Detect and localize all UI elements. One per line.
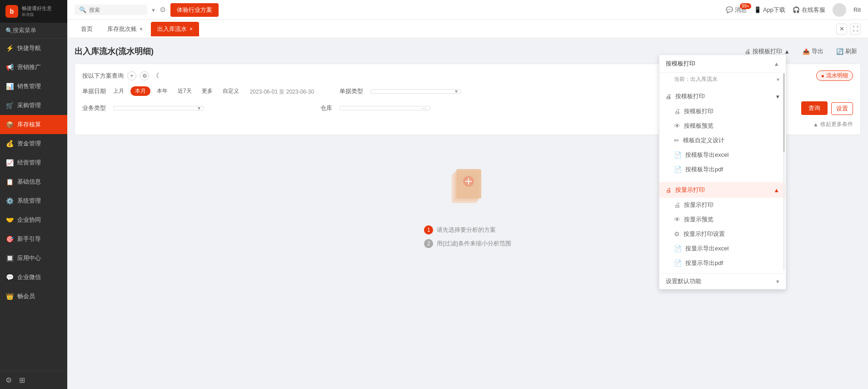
filter-setting-button[interactable]: ⚙	[140, 71, 149, 80]
customer-service-button[interactable]: 🎧 在线客服	[793, 6, 825, 14]
sidebar-item-sales[interactable]: 📊 销售管理	[0, 77, 67, 96]
sidebar-item-basic[interactable]: 📋 基础信息	[0, 172, 67, 191]
current-template-row: 当前：出入库流水 ▾	[659, 73, 786, 86]
topbar-left: 🔍 ▾ ⚙ 体验行业方案	[75, 3, 219, 17]
tab-home[interactable]: 首页	[75, 22, 99, 36]
inventory-icon: 📦	[5, 120, 14, 129]
sidebar-item-operation[interactable]: 📈 经营管理	[0, 153, 67, 172]
display-print-section-title[interactable]: 🖨 按显示打印 ▲	[659, 182, 786, 198]
tab-flow-close[interactable]: ×	[190, 26, 193, 32]
filter-add-button[interactable]: +	[127, 71, 136, 80]
template-export-pdf-item[interactable]: 📄 按模板导出pdf	[659, 162, 786, 177]
filter-collapse-icon[interactable]: 《	[153, 72, 159, 80]
date-tab-more[interactable]: 更多	[198, 86, 216, 96]
tab-maximize-button[interactable]: ⛶	[850, 24, 861, 35]
print-icon: 🖨	[745, 48, 751, 55]
query-button[interactable]: 查询	[801, 101, 828, 115]
warehouse-select[interactable]: ···	[339, 106, 430, 110]
display-print-label: 按显示打印	[684, 201, 713, 209]
warehouse-label: 仓库	[320, 104, 332, 112]
member-icon: 👑	[5, 292, 14, 300]
template-design-item[interactable]: ✏ 模板自定义设计	[659, 133, 786, 148]
sidebar-item-purchase[interactable]: 🛒 采购管理	[0, 96, 67, 115]
dropdown-title: 按模板打印	[666, 60, 695, 68]
template-excel-label: 按模板导出excel	[685, 151, 728, 159]
sidebar-item-guide[interactable]: 🎯 新手引导	[0, 229, 67, 249]
export-button[interactable]: 📤 导出	[799, 45, 827, 57]
template-preview-item[interactable]: 👁 按模板预览	[659, 119, 786, 133]
topbar-search-box[interactable]: 🔍	[75, 5, 147, 15]
refresh-label: 刷新	[845, 47, 857, 55]
display-settings-icon: ⚙	[674, 230, 680, 238]
sidebar-item-label: 采购管理	[17, 101, 41, 110]
search-icon: 🔍	[5, 27, 13, 34]
date-tab-current-year[interactable]: 本年	[153, 86, 171, 96]
pdf-item-icon: 📄	[674, 166, 682, 173]
sidebar-item-member[interactable]: 👑 畅会员	[0, 287, 67, 306]
sidebar-item-shortcut[interactable]: ⚡ 快捷导航	[0, 39, 67, 58]
display-print-section-icon: 🖨	[666, 187, 672, 194]
trial-button[interactable]: 体验行业方案	[170, 3, 219, 17]
sidebar-item-inventory[interactable]: 📦 库存核算	[0, 115, 67, 134]
preview-item-icon: 👁	[674, 122, 680, 130]
template-print-label: 按模板打印	[684, 107, 713, 115]
display-preview-item[interactable]: 👁 按显示预览	[659, 212, 786, 227]
tab-flow[interactable]: 出入库流水 ×	[151, 22, 199, 36]
topbar-dropdown-icon[interactable]: ▾	[152, 6, 155, 14]
sales-icon: 📊	[5, 82, 14, 90]
sidebar-item-cooperation[interactable]: 🤝 企业协同	[0, 210, 67, 229]
date-tab-7days[interactable]: 近7天	[174, 86, 195, 96]
sidebar-item-label: 应用中心	[17, 254, 41, 262]
sidebar-item-system[interactable]: ⚙️ 系统管理	[0, 191, 67, 210]
filter-header-label: 按以下方案查询	[82, 72, 124, 80]
topbar-gear-icon[interactable]: ⚙	[160, 5, 166, 14]
tab-batch[interactable]: 库存批次账 ×	[101, 22, 149, 36]
sidebar-item-marketing[interactable]: 📢 营销推广	[0, 58, 67, 77]
type-select[interactable]	[370, 89, 461, 94]
template-pdf-label: 按模板导出pdf	[685, 165, 723, 174]
settings-button[interactable]: 设置	[831, 102, 853, 115]
template-print-section-title[interactable]: 🖨 按模板打印 ▾	[659, 89, 786, 104]
sidebar-item-wechat[interactable]: 💬 企业微信	[0, 268, 67, 287]
business-select[interactable]	[113, 106, 204, 110]
date-tabs: 上月 本月 本年 近7天 更多 自定义	[110, 86, 243, 96]
collapse-icon[interactable]: ⊞	[19, 376, 25, 384]
purchase-icon: 🛒	[5, 101, 14, 110]
step-2-label: 用[过滤]条件来缩小分析范围	[437, 239, 511, 248]
app-download-button[interactable]: 📱 App下载	[754, 6, 785, 14]
sidebar-item-apps[interactable]: 🔲 应用中心	[0, 249, 67, 268]
sidebar: b 畅捷通好生意 标准版 🔍 搜索菜单 ⚡ 快捷导航 📢 营销推广 📊 销售管理…	[0, 0, 67, 389]
date-tab-current-month[interactable]: 本月	[130, 86, 150, 96]
tab-batch-close[interactable]: ×	[140, 26, 143, 32]
refresh-button[interactable]: 🔄 刷新	[833, 45, 861, 57]
app-download-label: App下载	[763, 6, 785, 14]
sidebar-item-label: 销售管理	[17, 82, 41, 90]
sidebar-item-finance[interactable]: 💰 资金管理	[0, 134, 67, 153]
dropdown-footer[interactable]: 设置默认功能 ▾	[659, 273, 786, 289]
template-print-item[interactable]: 🖨 按模板打印	[659, 104, 786, 119]
business-select-wrap: ▾	[113, 106, 204, 110]
display-excel-icon: 📄	[674, 245, 682, 252]
sidebar-search[interactable]: 🔍 搜索菜单	[0, 23, 67, 39]
user-avatar[interactable]	[833, 3, 846, 17]
display-print-item[interactable]: 🖨 按显示打印	[659, 198, 786, 212]
display-print-settings-item[interactable]: ⚙ 按显示打印设置	[659, 227, 786, 241]
collapse-label: 收起更多条件	[820, 120, 853, 128]
main-content: 🔍 ▾ ⚙ 体验行业方案 💬 消息 99+ 📱 App下载 🎧 在线客服 Rit	[67, 0, 868, 389]
display-preview-label: 按显示预览	[684, 215, 713, 224]
date-label: 单据日期	[82, 87, 106, 95]
print-dropdown: 按模板打印 ▲ 当前：出入库流水 ▾ 🖨 按模板打印 ▾ 🖨	[659, 55, 786, 289]
topbar-search-input[interactable]	[89, 7, 143, 13]
settings-icon[interactable]: ⚙	[5, 376, 12, 384]
template-export-excel-item[interactable]: 📄 按模板导出excel	[659, 148, 786, 162]
date-tab-last-month[interactable]: 上月	[110, 86, 128, 96]
display-export-excel-item[interactable]: 📄 按显示导出excel	[659, 241, 786, 256]
date-tab-custom[interactable]: 自定义	[219, 86, 243, 96]
sidebar-item-label: 新手引导	[17, 235, 41, 243]
tab-close-all-button[interactable]: ✕	[836, 24, 847, 35]
message-button[interactable]: 💬 消息 99+	[726, 6, 747, 14]
display-export-pdf-item[interactable]: 📄 按显示导出pdf	[659, 256, 786, 270]
dropdown-section-display: 🖨 按显示打印 ▲ 🖨 按显示打印 👁 按显示预览 ⚙ 按显示打印设置	[659, 180, 786, 273]
dropdown-scrollbar[interactable]	[783, 73, 785, 271]
current-template-label: 当前：出入库流水	[674, 75, 718, 83]
